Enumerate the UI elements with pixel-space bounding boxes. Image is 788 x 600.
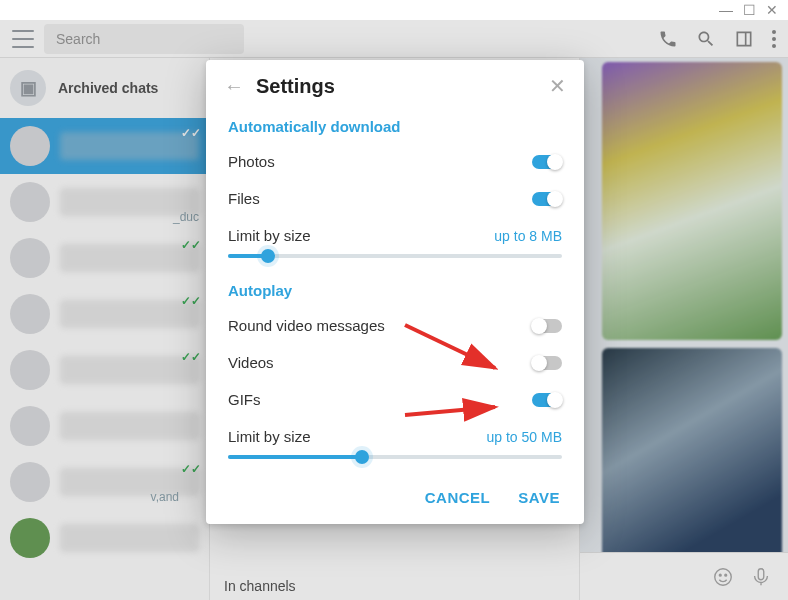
app-frame: Search ▣ Archived chats ✓✓ _duc xyxy=(0,20,788,600)
settings-modal: ← Settings ✕ Automatically download Phot… xyxy=(206,60,584,524)
row-label: GIFs xyxy=(228,391,532,408)
toggle-round-video[interactable] xyxy=(532,319,562,333)
row-label: Photos xyxy=(228,153,532,170)
maximize-button[interactable]: ☐ xyxy=(743,2,756,18)
modal-title: Settings xyxy=(256,75,537,98)
row-label: Limit by size xyxy=(228,227,494,244)
back-icon[interactable]: ← xyxy=(224,75,244,98)
row-photos: Photos xyxy=(206,143,584,180)
toggle-files[interactable] xyxy=(532,192,562,206)
row-round-video: Round video messages xyxy=(206,307,584,344)
row-label: Limit by size xyxy=(228,428,487,445)
row-limit-download: Limit by size up to 8 MB xyxy=(206,217,584,254)
cancel-button[interactable]: CANCEL xyxy=(425,489,491,506)
minimize-button[interactable]: — xyxy=(719,2,733,18)
row-limit-autoplay: Limit by size up to 50 MB xyxy=(206,418,584,455)
close-window-button[interactable]: ✕ xyxy=(766,2,778,18)
row-gifs: GIFs xyxy=(206,381,584,418)
toggle-photos[interactable] xyxy=(532,155,562,169)
limit-value: up to 50 MB xyxy=(487,429,563,445)
window-controls: — ☐ ✕ xyxy=(0,0,788,20)
limit-value: up to 8 MB xyxy=(494,228,562,244)
row-label: Round video messages xyxy=(228,317,532,334)
toggle-videos[interactable] xyxy=(532,356,562,370)
save-button[interactable]: SAVE xyxy=(518,489,560,506)
modal-actions: CANCEL SAVE xyxy=(206,475,584,524)
section-auto-download: Automatically download xyxy=(206,110,584,143)
row-label: Files xyxy=(228,190,532,207)
slider-autoplay-limit[interactable] xyxy=(228,455,562,459)
row-files: Files xyxy=(206,180,584,217)
close-icon[interactable]: ✕ xyxy=(549,74,566,98)
slider-download-limit[interactable] xyxy=(228,254,562,258)
row-label: Videos xyxy=(228,354,532,371)
section-autoplay: Autoplay xyxy=(206,274,584,307)
toggle-gifs[interactable] xyxy=(532,393,562,407)
row-videos: Videos xyxy=(206,344,584,381)
